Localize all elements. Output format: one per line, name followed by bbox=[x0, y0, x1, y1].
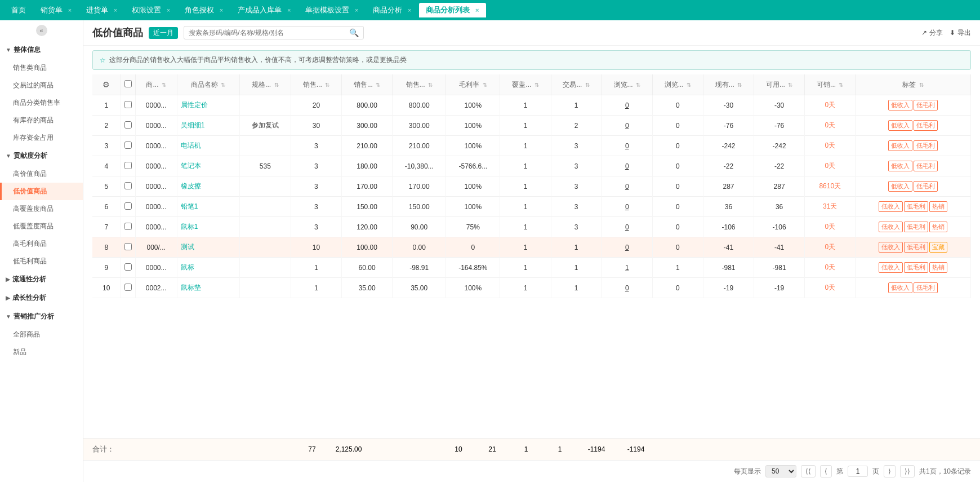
nav-product-analysis[interactable]: 商品分析 × bbox=[366, 3, 418, 17]
select-all-checkbox[interactable] bbox=[124, 80, 132, 87]
last-page-btn[interactable]: ⟩⟩ bbox=[900, 465, 915, 477]
row-available: -19 bbox=[754, 278, 805, 298]
th-sales-price[interactable]: 销售... ⇅ bbox=[342, 74, 393, 95]
nav-product-analysis-list[interactable]: 商品分析列表 × bbox=[419, 3, 485, 17]
prev-page-btn[interactable]: ⟨ bbox=[820, 465, 832, 477]
row-view1[interactable]: 0 bbox=[602, 136, 652, 156]
th-spec[interactable]: 规格... ⇅ bbox=[239, 74, 291, 95]
row-available: 36 bbox=[754, 197, 805, 217]
sidebar-section-growth[interactable]: ▶ 成长性分析 bbox=[0, 289, 83, 307]
row-name[interactable]: 鼠标垫 bbox=[177, 278, 239, 298]
sidebar-item-stocked-products[interactable]: 有库存的商品 bbox=[0, 112, 83, 129]
row-name[interactable]: 鼠标1 bbox=[177, 217, 239, 237]
row-checkbox[interactable] bbox=[124, 243, 132, 250]
th-name[interactable]: 商品名称 ⇅ bbox=[177, 74, 239, 95]
next-page-btn[interactable]: ⟩ bbox=[884, 465, 896, 477]
row-checkbox[interactable] bbox=[124, 141, 132, 149]
row-tags: 低收入低毛利 bbox=[856, 176, 971, 197]
search-input[interactable] bbox=[189, 29, 346, 37]
table-container[interactable]: ⚙ 商... ⇅ 商品名称 ⇅ 规格... ⇅ 销售... ⇅ 销售... ⇅ … bbox=[83, 74, 980, 438]
row-view1[interactable]: 0 bbox=[602, 156, 652, 176]
row-view1[interactable]: 0 bbox=[602, 95, 652, 116]
sidebar-section-liquidity[interactable]: ▶ 流通性分析 bbox=[0, 270, 83, 289]
th-sales-amount[interactable]: 销售... ⇅ bbox=[393, 74, 446, 95]
row-view1[interactable]: 1 bbox=[602, 258, 652, 278]
settings-icon-btn[interactable]: ⚙ bbox=[100, 79, 112, 90]
sidebar-item-high-margin[interactable]: 高毛利商品 bbox=[0, 235, 83, 253]
row-name[interactable]: 鼠标 bbox=[177, 258, 239, 278]
sidebar-section-contribution[interactable]: ▼ 贡献度分析 bbox=[0, 147, 83, 165]
row-sales-amount: 150.00 bbox=[393, 197, 446, 217]
row-view1[interactable]: 0 bbox=[602, 278, 652, 298]
sidebar-item-high-value[interactable]: 高价值商品 bbox=[0, 165, 83, 183]
row-coverage: 1 bbox=[500, 136, 551, 156]
sidebar-item-low-coverage[interactable]: 低覆盖度商品 bbox=[0, 218, 83, 235]
row-sales-amount: 170.00 bbox=[393, 176, 446, 197]
row-name[interactable]: 铅笔1 bbox=[177, 197, 239, 217]
th-coverage[interactable]: 覆盖... ⇅ bbox=[500, 74, 551, 95]
section-label-general: 整体信息 bbox=[14, 45, 41, 55]
row-view1[interactable]: 0 bbox=[602, 197, 652, 217]
nav-role-auth[interactable]: 角色授权 × bbox=[178, 3, 230, 17]
sidebar-item-category-sales-rate[interactable]: 商品分类销售率 bbox=[0, 94, 83, 112]
row-view1[interactable]: 0 bbox=[602, 176, 652, 197]
export-button[interactable]: ⬇ 导出 bbox=[950, 28, 971, 38]
th-current[interactable]: 现有... ⇅ bbox=[703, 74, 754, 95]
search-icon[interactable]: 🔍 bbox=[349, 28, 359, 37]
row-name[interactable]: 橡皮擦 bbox=[177, 176, 239, 197]
page-input[interactable] bbox=[848, 466, 868, 477]
nav-product-storage[interactable]: 产成品入库单 × bbox=[231, 3, 297, 17]
th-sales-qty[interactable]: 销售... ⇅ bbox=[291, 74, 341, 95]
th-available[interactable]: 可用... ⇅ bbox=[754, 74, 805, 95]
row-name[interactable]: 电话机 bbox=[177, 136, 239, 156]
row-available: 287 bbox=[754, 176, 805, 197]
sidebar-item-low-value[interactable]: 低价值商品 bbox=[0, 183, 83, 200]
sidebar-item-low-margin[interactable]: 低毛利商品 bbox=[0, 253, 83, 270]
row-name[interactable]: 吴细细1 bbox=[177, 116, 239, 136]
row-checkbox[interactable] bbox=[124, 223, 132, 230]
nav-permission[interactable]: 权限设置 × bbox=[125, 3, 177, 17]
sidebar-item-sales-products[interactable]: 销售类商品 bbox=[0, 59, 83, 77]
sidebar-item-all-products[interactable]: 全部商品 bbox=[0, 326, 83, 343]
sidebar-item-traded-products[interactable]: 交易过的商品 bbox=[0, 77, 83, 94]
row-checkbox[interactable] bbox=[124, 162, 132, 169]
row-tags: 低收入低毛利热销 bbox=[856, 217, 971, 237]
filter-tag-recent-month[interactable]: 近一月 bbox=[149, 27, 178, 39]
row-checkbox[interactable] bbox=[124, 263, 132, 271]
nav-template-settings[interactable]: 单据模板设置 × bbox=[299, 3, 365, 17]
row-view1[interactable]: 0 bbox=[602, 116, 652, 136]
th-margin[interactable]: 毛利率 ⇅ bbox=[446, 74, 500, 95]
first-page-btn[interactable]: ⟨⟨ bbox=[801, 465, 816, 477]
nav-home[interactable]: 首页 bbox=[5, 3, 33, 17]
row-view1[interactable]: 0 bbox=[602, 237, 652, 258]
row-checkbox[interactable] bbox=[124, 101, 132, 108]
sidebar-item-high-coverage[interactable]: 高覆盖度商品 bbox=[0, 200, 83, 218]
th-code[interactable]: 商... ⇅ bbox=[135, 74, 177, 95]
sidebar-section-marketing[interactable]: ▼ 营销推广分析 bbox=[0, 307, 83, 326]
sidebar-item-new-products[interactable]: 新品 bbox=[0, 343, 83, 361]
row-checkbox[interactable] bbox=[124, 284, 132, 291]
sidebar-collapse-btn[interactable]: « bbox=[36, 25, 47, 36]
row-checkbox[interactable] bbox=[124, 202, 132, 210]
row-name[interactable]: 属性定价 bbox=[177, 95, 239, 116]
nav-purchase-order[interactable]: 进货单 × bbox=[79, 3, 124, 17]
th-saleable[interactable]: 可销... ⇅ bbox=[805, 74, 856, 95]
th-view1[interactable]: 浏览... ⇅ bbox=[602, 74, 652, 95]
row-checkbox[interactable] bbox=[124, 121, 132, 129]
sidebar-item-inventory-funds[interactable]: 库存资金占用 bbox=[0, 129, 83, 147]
page-size-select[interactable]: 50 100 200 bbox=[765, 465, 796, 477]
th-trade[interactable]: 交易... ⇅ bbox=[551, 74, 602, 95]
sidebar-section-general[interactable]: ▼ 整体信息 bbox=[0, 41, 83, 59]
row-sales-price: 800.00 bbox=[342, 95, 393, 116]
row-checkbox[interactable] bbox=[124, 182, 132, 189]
row-code: 0000... bbox=[135, 217, 177, 237]
row-view1[interactable]: 0 bbox=[602, 217, 652, 237]
th-settings[interactable]: ⚙ bbox=[92, 74, 121, 95]
th-view2[interactable]: 浏览... ⇅ bbox=[652, 74, 703, 95]
row-name[interactable]: 测试 bbox=[177, 237, 239, 258]
row-sales-qty: 10 bbox=[291, 237, 341, 258]
share-button[interactable]: ↗ 分享 bbox=[921, 28, 943, 38]
th-tags[interactable]: 标签 ⇅ bbox=[856, 74, 971, 95]
row-name[interactable]: 笔记本 bbox=[177, 156, 239, 176]
nav-sales-order[interactable]: 销货单 × bbox=[34, 3, 78, 17]
